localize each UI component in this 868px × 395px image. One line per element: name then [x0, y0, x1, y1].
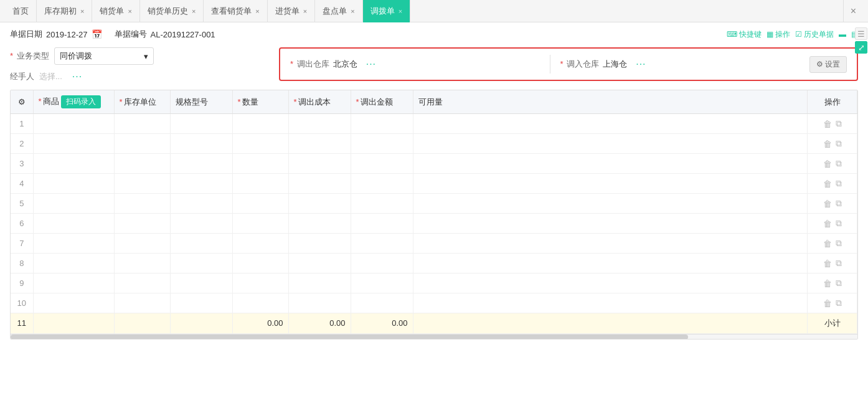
spec-cell[interactable] [170, 214, 232, 234]
amount-cell[interactable] [351, 194, 413, 214]
cost-cell[interactable] [288, 293, 351, 313]
available-cell[interactable] [413, 234, 808, 254]
available-cell[interactable] [413, 174, 808, 194]
cost-cell[interactable] [288, 134, 351, 154]
close-icon[interactable]: × [192, 7, 196, 15]
product-cell[interactable] [33, 254, 114, 274]
qty-cell[interactable] [232, 254, 288, 274]
product-cell[interactable] [33, 293, 114, 313]
qty-cell[interactable] [232, 214, 288, 234]
unit-cell[interactable] [114, 194, 170, 214]
business-type-select[interactable]: 同价调拨 ▾ [54, 47, 154, 65]
spec-cell[interactable] [170, 274, 232, 293]
copy-icon[interactable]: ⧉ [836, 178, 842, 189]
available-cell[interactable] [413, 293, 808, 313]
tab-transfer-order[interactable]: 调拨单 × [363, 0, 410, 22]
amount-cell[interactable] [351, 154, 413, 174]
qty-cell[interactable] [232, 174, 288, 194]
copy-icon[interactable]: ⧉ [836, 238, 842, 249]
delete-icon[interactable]: 🗑 [823, 219, 832, 229]
copy-icon[interactable]: ⧉ [836, 198, 842, 209]
available-cell[interactable] [413, 254, 808, 274]
delete-icon[interactable]: 🗑 [823, 119, 832, 129]
qty-cell[interactable] [232, 274, 288, 293]
available-cell[interactable] [413, 194, 808, 214]
copy-icon[interactable]: ⧉ [836, 298, 842, 308]
history-button[interactable]: ☑ 历史单据 [795, 29, 834, 40]
amount-cell[interactable] [351, 214, 413, 234]
product-cell[interactable] [33, 174, 114, 194]
unit-cell[interactable] [114, 214, 170, 234]
delete-icon[interactable]: 🗑 [823, 139, 832, 149]
sidebar-list-icon[interactable]: ☰ [855, 27, 867, 40]
product-cell[interactable] [33, 234, 114, 254]
spec-cell[interactable] [170, 154, 232, 174]
layout-button-1[interactable]: ▬ [839, 30, 846, 39]
tab-inventory-init[interactable]: 库存期初 × [37, 0, 92, 22]
unit-cell[interactable] [114, 234, 170, 254]
cost-cell[interactable] [288, 194, 351, 214]
unit-cell[interactable] [114, 293, 170, 313]
available-cell[interactable] [413, 154, 808, 174]
amount-cell[interactable] [351, 274, 413, 293]
spec-cell[interactable] [170, 234, 232, 254]
close-icon[interactable]: × [255, 7, 259, 15]
qty-cell[interactable] [232, 234, 288, 254]
tab-home[interactable]: 首页 [5, 0, 37, 22]
window-close-button[interactable]: × [843, 0, 863, 22]
copy-icon[interactable]: ⧉ [836, 138, 842, 149]
qty-cell[interactable] [232, 194, 288, 214]
copy-icon[interactable]: ⧉ [836, 158, 842, 169]
warehouse-in-more-icon[interactable]: ··· [636, 59, 646, 70]
unit-cell[interactable] [114, 174, 170, 194]
delete-icon[interactable]: 🗑 [823, 278, 832, 288]
amount-cell[interactable] [351, 293, 413, 313]
delete-icon[interactable]: 🗑 [823, 199, 832, 209]
amount-cell[interactable] [351, 174, 413, 194]
product-cell[interactable] [33, 154, 114, 174]
person-input[interactable]: 选择... [39, 71, 62, 82]
operations-button[interactable]: ▦ 操作 [767, 29, 790, 40]
qty-cell[interactable] [232, 293, 288, 313]
spec-cell[interactable] [170, 114, 232, 134]
spec-cell[interactable] [170, 194, 232, 214]
delete-icon[interactable]: 🗑 [823, 239, 832, 249]
spec-cell[interactable] [170, 293, 232, 313]
copy-icon[interactable]: ⧉ [836, 218, 842, 229]
spec-cell[interactable] [170, 254, 232, 274]
close-icon[interactable]: × [128, 7, 131, 15]
scroll-thumb[interactable] [11, 335, 688, 340]
tab-view-sales[interactable]: 查看销货单 × [204, 0, 267, 22]
available-cell[interactable] [413, 214, 808, 234]
qty-cell[interactable] [232, 134, 288, 154]
close-icon[interactable]: × [303, 7, 307, 15]
close-icon[interactable]: × [351, 7, 354, 15]
cost-cell[interactable] [288, 154, 351, 174]
copy-icon[interactable]: ⧉ [836, 278, 842, 288]
tab-sales-history[interactable]: 销货单历史 × [140, 0, 204, 22]
gear-column-header[interactable]: ⚙ [11, 90, 33, 114]
scan-button[interactable]: 扫码录入 [61, 95, 101, 108]
settings-button[interactable]: ⚙ 设置 [809, 56, 847, 73]
unit-cell[interactable] [114, 114, 170, 134]
calendar-icon[interactable]: 📅 [92, 29, 102, 39]
unit-cell[interactable] [114, 254, 170, 274]
spec-cell[interactable] [170, 134, 232, 154]
product-cell[interactable] [33, 134, 114, 154]
delete-icon[interactable]: 🗑 [823, 298, 832, 308]
product-cell[interactable] [33, 194, 114, 214]
delete-icon[interactable]: 🗑 [823, 179, 832, 189]
tab-sales-order[interactable]: 销货单 × [92, 0, 139, 22]
qty-cell[interactable] [232, 114, 288, 134]
cost-cell[interactable] [288, 174, 351, 194]
delete-icon[interactable]: 🗑 [823, 259, 832, 269]
shortcuts-button[interactable]: ⌨ 快捷键 [727, 29, 762, 40]
available-cell[interactable] [413, 274, 808, 293]
qty-cell[interactable] [232, 154, 288, 174]
person-more-icon[interactable]: ··· [72, 71, 82, 82]
product-cell[interactable] [33, 274, 114, 293]
cost-cell[interactable] [288, 234, 351, 254]
available-cell[interactable] [413, 114, 808, 134]
delete-icon[interactable]: 🗑 [823, 159, 832, 169]
available-cell[interactable] [413, 134, 808, 154]
